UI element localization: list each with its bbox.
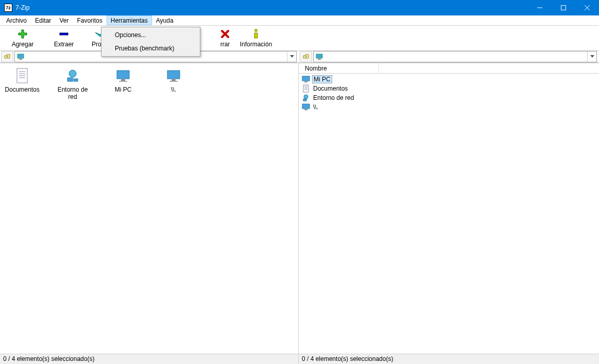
left-pane[interactable]: Documentos Entorno de red Mi PC \\. <box>0 63 299 354</box>
document-icon <box>13 67 31 84</box>
right-pane[interactable]: Nombre Mi PC Documentos Entorno de red <box>299 63 599 354</box>
computer-icon <box>302 75 310 83</box>
svg-rect-4 <box>60 33 68 35</box>
list-row-entorno-red[interactable]: Entorno de red <box>301 93 597 102</box>
document-icon <box>302 84 310 93</box>
svg-rect-21 <box>119 81 127 82</box>
item-label: Mi PC <box>115 86 132 93</box>
item-documentos[interactable]: Documentos <box>2 67 42 93</box>
menu-ver[interactable]: Ver <box>55 15 73 25</box>
toolbar: Agregar Extraer Proba rrar Información <box>0 26 599 50</box>
column-nombre[interactable]: Nombre <box>302 64 379 73</box>
item-mi-pc[interactable]: Mi PC <box>103 67 143 93</box>
network-icon <box>302 94 310 102</box>
row-label: Documentos <box>312 85 349 92</box>
close-button[interactable] <box>575 0 599 15</box>
row-label: Entorno de red <box>312 94 355 101</box>
pathbars <box>0 50 599 63</box>
menu-archivo[interactable]: Archivo <box>2 15 31 25</box>
svg-point-16 <box>69 70 76 77</box>
info-icon <box>252 28 260 40</box>
svg-rect-26 <box>304 81 307 82</box>
svg-rect-6 <box>254 33 258 38</box>
list-body: Mi PC Documentos Entorno de red \\. <box>299 74 599 113</box>
list-row-documentos[interactable]: Documentos <box>301 84 597 93</box>
app-icon: 7z <box>4 4 12 12</box>
svg-rect-27 <box>303 85 309 92</box>
svg-rect-7 <box>18 54 24 58</box>
menu-favoritos[interactable]: Favoritos <box>73 15 106 25</box>
status-left: 0 / 4 elemento(s) seleccionado(s) <box>0 354 299 364</box>
status-right: 0 / 4 elemento(s) seleccionado(s) <box>299 354 599 364</box>
menubar: Archivo Editar Ver Favoritos Herramienta… <box>0 15 599 26</box>
item-entorno-red[interactable]: Entorno de red <box>53 67 93 100</box>
window-controls <box>528 0 599 15</box>
path-combo-right[interactable] <box>313 51 597 62</box>
list-row-mi-pc[interactable]: Mi PC <box>301 75 597 84</box>
svg-point-31 <box>304 95 308 99</box>
svg-rect-32 <box>303 99 306 101</box>
x-icon <box>220 28 230 40</box>
svg-rect-33 <box>302 104 310 109</box>
toolbar-extraer-label: Extraer <box>54 41 74 48</box>
up-button-left[interactable] <box>1 51 13 62</box>
item-unc-root[interactable]: \\. <box>153 67 194 93</box>
pathbar-right <box>299 50 599 63</box>
titlebar: 7z 7-Zip <box>0 0 599 15</box>
svg-rect-24 <box>169 81 178 82</box>
computer-icon <box>114 67 132 84</box>
svg-point-5 <box>255 29 258 32</box>
menu-ayuda[interactable]: Ayuda <box>152 15 178 25</box>
toolbar-informacion-label: Información <box>240 41 272 48</box>
svg-rect-10 <box>318 59 321 60</box>
toolbar-extraer[interactable]: Extraer <box>43 27 84 49</box>
list-header: Nombre <box>299 63 599 74</box>
item-label: Documentos <box>5 86 39 93</box>
toolbar-borrar-label: rrar <box>220 41 230 48</box>
dropdown-opciones[interactable]: Opciones... <box>102 28 199 42</box>
icon-grid: Documentos Entorno de red Mi PC \\. <box>0 63 298 105</box>
toolbar-agregar-label: Agregar <box>12 41 34 48</box>
plus-icon <box>18 28 28 40</box>
svg-rect-19 <box>117 71 129 79</box>
svg-rect-9 <box>316 54 322 58</box>
network-icon <box>63 67 82 84</box>
row-label: \\. <box>312 103 319 111</box>
menu-editar[interactable]: Editar <box>31 15 55 25</box>
computer-icon <box>16 53 25 61</box>
statusbar: 0 / 4 elemento(s) seleccionado(s) 0 / 4 … <box>0 354 599 364</box>
computer-icon <box>302 103 310 111</box>
dropdown-pruebas[interactable]: Pruebas (benchmark) <box>102 42 199 55</box>
row-label: Mi PC <box>312 75 332 83</box>
toolbar-agregar[interactable]: Agregar <box>2 27 43 49</box>
list-row-unc-root[interactable]: \\. <box>301 102 597 112</box>
up-button-right[interactable] <box>300 51 312 62</box>
svg-rect-1 <box>561 6 566 10</box>
chevron-down-icon[interactable] <box>287 51 296 62</box>
toolbar-borrar[interactable]: rrar <box>215 27 235 49</box>
svg-rect-25 <box>302 76 310 81</box>
chevron-down-icon[interactable] <box>587 51 596 62</box>
folder-up-icon <box>302 53 310 60</box>
svg-rect-23 <box>172 79 176 81</box>
herramientas-dropdown: Opciones... Pruebas (benchmark) <box>101 27 200 57</box>
toolbar-informacion[interactable]: Información <box>235 27 277 49</box>
svg-rect-20 <box>121 79 125 81</box>
minus-icon <box>59 28 69 40</box>
window-title: 7-Zip <box>15 4 528 11</box>
svg-rect-18 <box>74 79 78 81</box>
svg-rect-17 <box>67 78 73 81</box>
computer-icon <box>315 53 324 61</box>
maximize-button[interactable] <box>552 0 575 15</box>
menu-herramientas[interactable]: Herramientas <box>107 15 152 25</box>
minimize-button[interactable] <box>528 0 552 15</box>
svg-rect-22 <box>167 71 180 79</box>
computer-icon <box>164 67 183 84</box>
svg-rect-34 <box>304 109 307 110</box>
folder-up-icon <box>4 53 11 60</box>
svg-rect-8 <box>19 59 22 60</box>
item-label: Entorno de red <box>53 86 93 100</box>
item-label: \\. <box>171 86 176 93</box>
panes: Documentos Entorno de red Mi PC \\. <box>0 63 599 354</box>
